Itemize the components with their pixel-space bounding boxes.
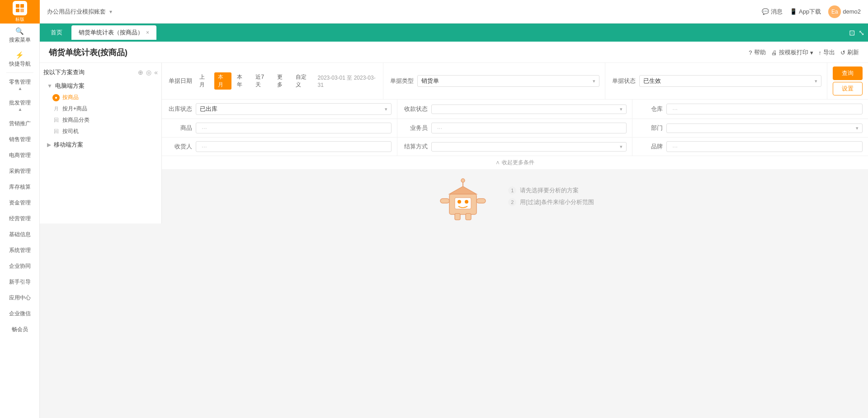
filter-outstatus-col: 出库状态 已出库 ▾ xyxy=(162,100,397,119)
tree-expand-icon: ▼ xyxy=(47,83,52,89)
hint-text-2: 用[过滤]条件来缩小分析范围 xyxy=(520,198,594,206)
cat-icon: 回 xyxy=(52,117,60,124)
filter-brand-col: 品牌 ··· xyxy=(632,138,868,156)
filter-row-4: 收货人 ··· 结算方式 xyxy=(162,138,868,156)
tree-item-goods-cat[interactable]: 回 按商品分类 xyxy=(49,114,158,126)
sidebar-item-system[interactable]: 系统管理 xyxy=(0,242,40,258)
brand-input[interactable]: ··· xyxy=(666,141,863,152)
type-select[interactable]: 销货单 ▾ xyxy=(417,75,599,87)
sidebar-item-retail[interactable]: 零售管理 ▲ xyxy=(0,74,40,95)
outstatus-select[interactable]: 已出库 ▾ xyxy=(196,103,392,115)
sidebar-item-biz[interactable]: 经营管理 xyxy=(0,210,40,226)
settings-button[interactable]: 设置 xyxy=(833,82,863,95)
sidebar-item-sales[interactable]: 销售管理 xyxy=(0,131,40,147)
warehouse-control: ··· xyxy=(666,104,863,114)
goods-label: 商品 xyxy=(167,124,192,132)
app-download-btn[interactable]: 📱 App下载 xyxy=(790,8,821,16)
query-buttons: 查询 设置 xyxy=(827,63,868,99)
sidebar-search-label: 搜索菜单 xyxy=(9,36,31,44)
query-button[interactable]: 查询 xyxy=(833,66,863,80)
collapse-panel-icon[interactable]: « xyxy=(154,69,158,76)
print-dropdown-icon[interactable]: ▾ xyxy=(810,49,813,56)
tab-close-icon[interactable]: × xyxy=(146,29,149,36)
staff-control: ··· xyxy=(431,123,627,133)
collapse-bar[interactable]: ∧ 收起更多条件 xyxy=(162,156,868,169)
filter-type-col: 单据类型 销货单 ▾ xyxy=(383,63,605,99)
date-more[interactable]: 更多 xyxy=(274,72,290,90)
receiver-input[interactable]: ··· xyxy=(196,141,392,152)
sidebar-item-nav[interactable]: ⚡ 快捷导航 xyxy=(0,48,40,71)
sidebar-item-guide[interactable]: 新手引导 xyxy=(0,274,40,290)
message-btn[interactable]: 💬 消息 xyxy=(762,8,783,16)
tree-item-driver[interactable]: 回 按司机 xyxy=(49,126,158,137)
tab-home-label: 首页 xyxy=(51,28,62,37)
date-7days[interactable]: 近7天 xyxy=(252,72,271,90)
user-profile[interactable]: Ea demo2 xyxy=(828,5,861,18)
tree-item-by-goods[interactable]: ● 按商品 xyxy=(49,92,158,103)
sidebar-item-finance[interactable]: 资金管理 xyxy=(0,195,40,210)
export-btn[interactable]: ↑ 导出 xyxy=(819,48,835,57)
settle-arrow: ▾ xyxy=(620,144,623,150)
filter-goods-col: 商品 ··· xyxy=(162,119,397,137)
sidebar-collab-label: 企业协同 xyxy=(9,262,31,270)
sidebar: 标版 🔍 搜索菜单 ⚡ 快捷导航 零售管理 ▲ 批发管理 ▲ 营销推广 销售管理… xyxy=(0,0,40,418)
sidebar-vip-label: 畅会员 xyxy=(12,326,28,333)
sidebar-inventory-label: 库存核算 xyxy=(9,183,31,191)
status-select[interactable]: 已生效 ▾ xyxy=(639,75,821,87)
staff-input[interactable]: ··· xyxy=(431,123,627,133)
recvstatus-select[interactable]: ▾ xyxy=(431,104,627,114)
svg-rect-11 xyxy=(440,199,449,203)
main-area: 办公用品行业模拟账套 ▾ 💬 消息 📱 App下载 Ea demo2 首页 xyxy=(40,0,868,418)
content-area: 销货单统计表(按商品) ? 帮助 🖨 按模板打印 ▾ ↑ 导出 ↺ 刷新 xyxy=(40,42,868,418)
date-this-month[interactable]: 本月 xyxy=(214,72,231,90)
date-last-month[interactable]: 上月 xyxy=(196,72,212,90)
header-actions: ? 帮助 🖨 按模板打印 ▾ ↑ 导出 ↺ 刷新 xyxy=(749,48,859,57)
goods-input[interactable]: ··· xyxy=(196,123,392,133)
tab-actions: ⊡ ⤡ xyxy=(849,28,864,37)
sidebar-item-wechat[interactable]: 企业微信 xyxy=(0,305,40,321)
warehouse-input[interactable]: ··· xyxy=(666,104,863,114)
retail-arrow: ▲ xyxy=(18,86,23,91)
tree-mobile-label: 移动端方案 xyxy=(54,141,83,149)
date-this-year[interactable]: 本年 xyxy=(233,72,250,90)
tab-home[interactable]: 首页 xyxy=(43,25,70,40)
add-scheme-icon[interactable]: ⊕ xyxy=(138,69,143,76)
filter-staff-col: 业务员 ··· xyxy=(397,119,633,137)
logo: 标版 xyxy=(0,0,40,24)
settle-label: 结算方式 xyxy=(403,142,428,151)
settle-select[interactable]: ▾ xyxy=(431,142,627,152)
warehouse-dots: ··· xyxy=(672,105,678,113)
sidebar-item-apps[interactable]: 应用中心 xyxy=(0,290,40,305)
sidebar-item-vip[interactable]: 畅会员 xyxy=(0,321,40,337)
sidebar-item-inventory[interactable]: 库存核算 xyxy=(0,179,40,195)
status-control: 已生效 ▾ xyxy=(639,75,821,87)
tree-desktop[interactable]: ▼ 电脑端方案 xyxy=(43,80,158,92)
tab-minimize-icon[interactable]: ⊡ xyxy=(849,28,855,37)
sidebar-item-search[interactable]: 🔍 搜索菜单 xyxy=(0,24,40,48)
topbar-dropdown-icon[interactable]: ▾ xyxy=(109,9,112,15)
date-custom[interactable]: 自定义 xyxy=(292,72,314,90)
settings-scheme-icon[interactable]: ◎ xyxy=(146,69,151,76)
tree-mobile[interactable]: ▶ 移动端方案 xyxy=(43,139,158,151)
dept-select[interactable]: ▾ xyxy=(666,124,863,133)
export-label: 导出 xyxy=(823,48,835,57)
filter-recvstatus-col: 收款状态 ▾ xyxy=(397,100,633,119)
sidebar-sales-label: 销售管理 xyxy=(9,136,31,143)
sidebar-item-basic[interactable]: 基础信息 xyxy=(0,226,40,242)
receiver-dots: ··· xyxy=(202,143,207,150)
tab-report[interactable]: 销货单统计表（按商品） × xyxy=(71,25,156,40)
sidebar-item-wholesale[interactable]: 批发管理 ▲ xyxy=(0,95,40,115)
help-btn[interactable]: ? 帮助 xyxy=(749,48,765,57)
tab-maximize-icon[interactable]: ⤡ xyxy=(859,28,864,37)
left-panel-header: 按以下方案查询 ⊕ ◎ « xyxy=(43,66,158,80)
sidebar-item-ecom[interactable]: 电商管理 xyxy=(0,147,40,163)
tree-item-month-goods[interactable]: 月 按月+商品 xyxy=(49,103,158,114)
brand-label: 品牌 xyxy=(638,142,663,151)
sidebar-item-collab[interactable]: 企业协同 xyxy=(0,258,40,274)
print-btn[interactable]: 🖨 按模板打印 ▾ xyxy=(771,48,813,57)
sidebar-item-marketing[interactable]: 营销推广 xyxy=(0,115,40,131)
sidebar-item-purchase[interactable]: 采购管理 xyxy=(0,163,40,179)
staff-label: 业务员 xyxy=(403,124,428,132)
empty-illustration xyxy=(436,169,490,223)
refresh-btn[interactable]: ↺ 刷新 xyxy=(840,48,859,57)
